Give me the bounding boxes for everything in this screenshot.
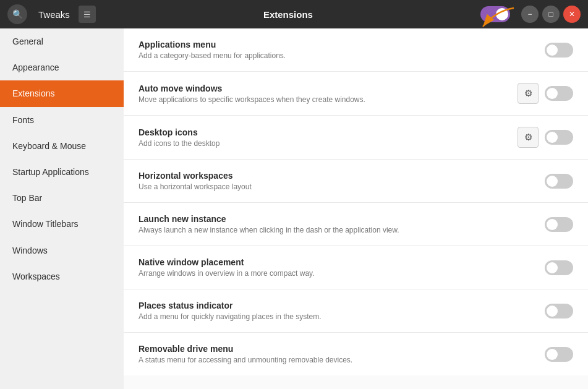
extension-item-auto-move-windows: Auto move windowsMove applications to sp…	[124, 72, 588, 116]
extension-title-places-status-indicator: Places status indicator	[138, 301, 545, 310]
extension-item-removable-drive-menu: Removable drive menuA status menu for ac…	[124, 333, 588, 375]
toggle-auto-move-windows[interactable]	[545, 86, 573, 101]
extension-desc-launch-new-instance: Always launch a new instance when clicki…	[138, 226, 545, 234]
extension-info-desktop-icons: Desktop iconsAdd icons to the desktop	[138, 127, 518, 148]
extension-item-native-window-placement: Native window placementArrange windows i…	[124, 246, 588, 289]
extension-item-horizontal-workspaces: Horizontal workspacesUse a horizontal wo…	[124, 160, 588, 203]
extension-desc-removable-drive-menu: A status menu for accessing and unmounti…	[138, 356, 545, 364]
extension-controls-auto-move-windows: ⚙	[518, 83, 573, 104]
menu-button[interactable]: ☰	[79, 6, 96, 23]
extension-desc-applications-menu: Add a category-based menu for applicatio…	[138, 51, 545, 60]
toggle-horizontal-workspaces[interactable]	[545, 174, 573, 189]
sidebar: GeneralAppearanceExtensionsFontsKeyboard…	[0, 28, 124, 389]
toggle-applications-menu[interactable]	[545, 43, 573, 58]
sidebar-item-top-bar[interactable]: Top Bar	[0, 185, 124, 211]
extension-controls-places-status-indicator	[545, 304, 573, 318]
extension-title-horizontal-workspaces: Horizontal workspaces	[138, 171, 545, 181]
extension-controls-desktop-icons: ⚙	[518, 127, 573, 148]
toggle-desktop-icons[interactable]	[545, 130, 573, 145]
maximize-button[interactable]: □	[542, 6, 560, 23]
close-button[interactable]: ✕	[563, 6, 581, 23]
extension-desc-places-status-indicator: Add a menu for quickly navigating places…	[138, 312, 545, 321]
extension-title-desktop-icons: Desktop icons	[138, 127, 518, 137]
extension-item-launch-new-instance: Launch new instanceAlways launch a new i…	[124, 203, 588, 246]
extension-controls-applications-menu	[545, 43, 573, 58]
search-icon: 🔍	[12, 9, 23, 19]
sidebar-item-keyboard-mouse[interactable]: Keyboard & Mouse	[0, 133, 124, 159]
extension-desc-desktop-icons: Add icons to the desktop	[138, 139, 518, 148]
minimize-button[interactable]: −	[521, 6, 539, 23]
gear-icon: ⚙	[524, 88, 532, 99]
extension-info-removable-drive-menu: Removable drive menuA status menu for ac…	[138, 344, 545, 364]
extension-title-removable-drive-menu: Removable drive menu	[138, 344, 545, 354]
sidebar-item-window-titlebars[interactable]: Window Titlebars	[0, 211, 124, 237]
main-layout: GeneralAppearanceExtensionsFontsKeyboard…	[0, 28, 588, 389]
window-title: Extensions	[96, 9, 480, 20]
extension-title-auto-move-windows: Auto move windows	[138, 83, 518, 93]
app-title: Tweaks	[38, 9, 70, 20]
window-controls: − □ ✕	[480, 6, 581, 23]
extension-controls-native-window-placement	[545, 260, 573, 275]
sidebar-item-startup-applications[interactable]: Startup Applications	[0, 159, 124, 185]
toggle-removable-drive-menu[interactable]	[545, 347, 573, 362]
extension-controls-horizontal-workspaces	[545, 174, 573, 189]
extension-item-places-status-indicator: Places status indicatorAdd a menu for qu…	[124, 289, 588, 333]
extension-info-auto-move-windows: Auto move windowsMove applications to sp…	[138, 83, 518, 104]
sidebar-item-workspaces[interactable]: Workspaces	[0, 263, 124, 289]
sidebar-item-general[interactable]: General	[0, 28, 124, 54]
extension-info-native-window-placement: Native window placementArrange windows i…	[138, 257, 545, 278]
titlebar: 🔍 Tweaks ☰ Extensions − □ ✕	[0, 0, 588, 28]
sidebar-item-appearance[interactable]: Appearance	[0, 54, 124, 80]
global-extensions-toggle[interactable]	[480, 6, 510, 22]
content-area: Applications menuAdd a category-based me…	[124, 28, 588, 389]
extension-title-applications-menu: Applications menu	[138, 40, 545, 49]
menu-icon: ☰	[83, 10, 91, 19]
extension-info-horizontal-workspaces: Horizontal workspacesUse a horizontal wo…	[138, 171, 545, 191]
toggle-launch-new-instance[interactable]	[545, 217, 573, 232]
extension-controls-launch-new-instance	[545, 217, 573, 232]
extension-desc-native-window-placement: Arrange windows in overview in a more co…	[138, 269, 545, 278]
gear-icon: ⚙	[524, 132, 532, 143]
extension-info-launch-new-instance: Launch new instanceAlways launch a new i…	[138, 214, 545, 234]
toggle-native-window-placement[interactable]	[545, 260, 573, 275]
toggle-places-status-indicator[interactable]	[545, 304, 573, 318]
search-button[interactable]: 🔍	[7, 4, 27, 24]
gear-button-auto-move-windows[interactable]: ⚙	[518, 83, 539, 104]
extension-controls-removable-drive-menu	[545, 347, 573, 362]
extension-item-desktop-icons: Desktop iconsAdd icons to the desktop⚙	[124, 116, 588, 160]
extension-desc-horizontal-workspaces: Use a horizontal workspace layout	[138, 182, 545, 191]
extension-info-places-status-indicator: Places status indicatorAdd a menu for qu…	[138, 301, 545, 321]
extension-info-applications-menu: Applications menuAdd a category-based me…	[138, 40, 545, 60]
extension-item-applications-menu: Applications menuAdd a category-based me…	[124, 28, 588, 72]
extension-desc-auto-move-windows: Move applications to specific workspaces…	[138, 95, 518, 104]
sidebar-item-windows[interactable]: Windows	[0, 237, 124, 263]
gear-button-desktop-icons[interactable]: ⚙	[518, 127, 539, 148]
sidebar-item-extensions[interactable]: Extensions	[0, 80, 124, 106]
sidebar-item-fonts[interactable]: Fonts	[0, 107, 124, 133]
extension-title-launch-new-instance: Launch new instance	[138, 214, 545, 224]
extension-title-native-window-placement: Native window placement	[138, 257, 545, 267]
